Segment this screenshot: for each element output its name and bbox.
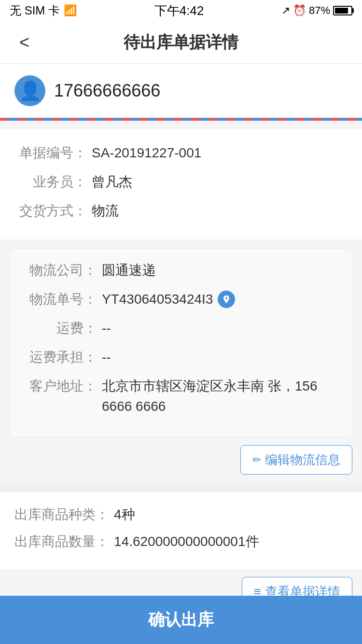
freight-label: 运费： (25, 318, 97, 338)
order-info-section: 单据编号： SA-20191227-001 业务员： 曾凡杰 交货方式： 物流 (0, 129, 362, 239)
freight-bearer-label: 运费承担： (25, 347, 97, 367)
order-number-value: SA-20191227-001 (92, 143, 348, 163)
delivery-row: 交货方式： 物流 (14, 201, 348, 221)
customer-phone: 17666666666 (54, 81, 160, 101)
carrier-label: 无 SIM 卡 (10, 3, 60, 18)
goods-quantity-label: 出库商品数量： (14, 532, 109, 551)
staff-row: 业务员： 曾凡杰 (14, 172, 348, 192)
logistics-company-row: 物流公司： 圆通速递 (25, 260, 337, 280)
dashed-divider (0, 118, 362, 121)
status-time: 下午4:42 (154, 2, 204, 19)
edit-btn-row: ✏ 编辑物流信息 (0, 437, 362, 475)
edit-logistics-button[interactable]: ✏ 编辑物流信息 (240, 445, 352, 475)
back-button[interactable]: < (14, 28, 34, 57)
goods-type-row: 出库商品种类： 4种 (14, 505, 348, 524)
order-number-label: 单据编号： (14, 143, 87, 163)
tracking-location-icon[interactable] (218, 291, 235, 308)
map-pin-icon (222, 294, 231, 304)
freight-bearer-row: 运费承担： -- (25, 347, 337, 367)
edit-logistics-label: 编辑物流信息 (265, 451, 340, 468)
freight-bearer-value: -- (102, 347, 337, 367)
alarm-icon: ⏰ (293, 4, 306, 17)
freight-value: -- (102, 318, 337, 338)
freight-row: 运费： -- (25, 318, 337, 338)
address-value: 北京市市辖区海淀区永丰南 张，156 6666 6666 (102, 376, 337, 417)
goods-type-value: 4种 (114, 505, 348, 524)
logistics-card: 物流公司： 圆通速递 物流单号： YT43064053424I3 运费： -- … (10, 248, 352, 437)
address-label: 客户地址： (25, 376, 97, 396)
battery-icon (333, 6, 352, 15)
goods-type-label: 出库商品种类： (14, 505, 109, 524)
delivery-value: 物流 (92, 201, 348, 221)
confirm-btn-label: 确认出库 (148, 609, 214, 631)
tracking-value-container: YT43064053424I3 (102, 289, 337, 309)
delivery-label: 交货方式： (14, 201, 87, 221)
order-number-row: 单据编号： SA-20191227-001 (14, 143, 348, 163)
goods-quantity-value: 14.620000000000001件 (114, 532, 348, 551)
status-right: ↗ ⏰ 87% (281, 4, 352, 17)
logistics-company-value: 圆通速递 (102, 260, 337, 280)
customer-header: 👤 17666666666 (0, 64, 362, 118)
location-status-icon: ↗ (281, 4, 290, 17)
tracking-label: 物流单号： (25, 289, 97, 309)
user-icon: 👤 (19, 80, 42, 101)
tracking-row: 物流单号： YT43064053424I3 (25, 289, 337, 309)
page-title: 待出库单据详情 (124, 31, 238, 54)
staff-label: 业务员： (14, 172, 87, 192)
address-row: 客户地址： 北京市市辖区海淀区永丰南 张，156 6666 6666 (25, 376, 337, 417)
wifi-icon: 📶 (64, 4, 77, 17)
nav-bar: < 待出库单据详情 (0, 21, 362, 64)
goods-section: 出库商品种类： 4种 出库商品数量： 14.620000000000001件 (0, 492, 362, 569)
section-divider (0, 484, 362, 492)
tracking-number: YT43064053424I3 (102, 289, 213, 309)
goods-quantity-row: 出库商品数量： 14.620000000000001件 (14, 532, 348, 551)
staff-value: 曾凡杰 (92, 172, 348, 192)
avatar: 👤 (14, 75, 45, 106)
confirm-button[interactable]: 确认出库 (0, 596, 362, 644)
logistics-company-label: 物流公司： (25, 260, 97, 280)
status-bar: 无 SIM 卡 📶 下午4:42 ↗ ⏰ 87% (0, 0, 362, 21)
edit-icon: ✏ (252, 454, 261, 466)
battery-percent: 87% (309, 4, 330, 17)
status-left: 无 SIM 卡 📶 (10, 3, 77, 18)
